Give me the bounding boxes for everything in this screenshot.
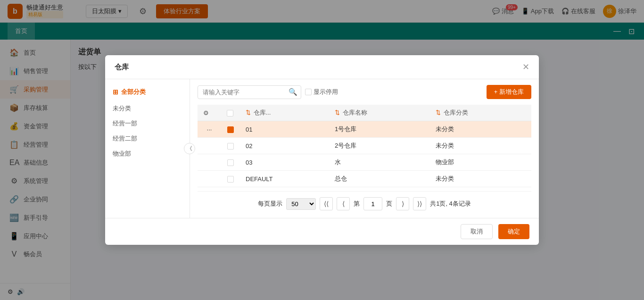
table-row[interactable]: 03 水 物业部: [198, 154, 531, 171]
row-checkbox-cell: [221, 154, 240, 171]
row-category: 物业部: [430, 154, 531, 171]
row-name: 1号仓库: [329, 121, 430, 138]
table-head: ⚙ ⇅ 仓库... ⇅ 仓库名称: [198, 105, 531, 121]
cancel-button[interactable]: 取消: [461, 224, 493, 239]
row-category: 未分类: [430, 171, 531, 187]
row-name: 水: [329, 154, 430, 171]
col-category-header: ⇅ 仓库分类: [430, 105, 531, 121]
modal-close-button[interactable]: ✕: [522, 62, 529, 72]
confirm-button[interactable]: 确定: [498, 224, 529, 239]
show-disabled-label[interactable]: 显示停用: [305, 88, 338, 96]
row-category: 未分类: [430, 138, 531, 154]
col-name-header: ⇅ 仓库名称: [329, 105, 430, 121]
select-all-checkbox[interactable]: [227, 110, 233, 117]
per-page-label: 每页显示: [258, 200, 282, 208]
modal-body: ⊞ 全部分类 未分类经营一部经营二部物业部 《 🔍 显示停用: [105, 79, 539, 218]
row-checkbox-cell: [221, 171, 240, 187]
row-checkbox-2[interactable]: [227, 143, 234, 150]
row-category: 未分类: [430, 121, 531, 138]
tree-panel: ⊞ 全部分类 未分类经营一部经营二部物业部 《: [105, 79, 190, 218]
modal-footer: 取消 确定: [105, 218, 539, 245]
row-actions: ···: [198, 121, 221, 138]
search-icon[interactable]: 🔍: [289, 88, 297, 96]
last-page-button[interactable]: ⟩⟩: [413, 197, 426, 210]
tree-header-label: 全部分类: [121, 88, 146, 96]
row-code: 01: [240, 121, 329, 138]
row-name: 2号仓库: [329, 138, 430, 154]
row-name: 总仓: [329, 171, 430, 187]
search-input[interactable]: [198, 85, 301, 99]
page-label: 第: [354, 200, 360, 208]
pagination: 每页显示 50 ⟨⟨ ⟨ 第 页 ⟩ ⟩⟩ 共1页, 4条记录: [198, 191, 531, 212]
per-page-select[interactable]: 50: [286, 198, 316, 210]
page-suffix: 页: [386, 200, 392, 208]
sort-icon-name: ⇅: [335, 109, 340, 116]
total-info: 共1页, 4条记录: [430, 200, 471, 208]
table-body: ··· 01 1号仓库 未分类 02 2号仓库 未分类 03 水 物业部 DEF…: [198, 121, 531, 187]
table-container: ⚙ ⇅ 仓库... ⇅ 仓库名称: [198, 105, 531, 187]
table-panel: 🔍 显示停用 + 新增仓库 ⚙: [190, 79, 539, 218]
toolbar: 🔍 显示停用 + 新增仓库: [198, 85, 531, 99]
table-row[interactable]: DEFAULT 总仓 未分类: [198, 171, 531, 187]
tree-item-经营二部[interactable]: 经营二部: [105, 131, 190, 146]
row-actions: [198, 171, 221, 187]
first-page-button[interactable]: ⟨⟨: [320, 197, 333, 210]
row-checkbox-cell: [221, 121, 240, 138]
row-actions: [198, 154, 221, 171]
tree-header: ⊞ 全部分类: [105, 85, 190, 101]
table-row[interactable]: 02 2号仓库 未分类: [198, 138, 531, 154]
row-code: DEFAULT: [240, 171, 329, 187]
modal-title: 仓库: [115, 63, 129, 72]
row-checkbox-1[interactable]: [227, 126, 234, 133]
grid-icon: ⊞: [113, 88, 118, 96]
tree-collapse-button[interactable]: 《: [184, 143, 195, 154]
sort-icon: ⇅: [246, 109, 251, 116]
show-disabled-text: 显示停用: [314, 88, 338, 96]
next-page-button[interactable]: ⟩: [396, 197, 409, 210]
modal-header: 仓库 ✕: [105, 55, 539, 79]
prev-page-button[interactable]: ⟨: [337, 197, 350, 210]
tree-item-物业部[interactable]: 物业部: [105, 146, 190, 161]
page-input[interactable]: [363, 197, 382, 210]
table-header-row: ⚙ ⇅ 仓库... ⇅ 仓库名称: [198, 105, 531, 121]
col-gear: ⚙: [198, 105, 221, 121]
row-checkbox-cell: [221, 138, 240, 154]
row-code: 02: [240, 138, 329, 154]
show-disabled-checkbox[interactable]: [305, 89, 312, 95]
sort-icon-category: ⇅: [436, 109, 441, 116]
table-row[interactable]: ··· 01 1号仓库 未分类: [198, 121, 531, 138]
col-checkbox: [221, 105, 240, 121]
modal-overlay: 仓库 ✕ ⊞ 全部分类 未分类经营一部经营二部物业部 《 🔍: [0, 0, 644, 300]
row-checkbox-4[interactable]: [227, 176, 234, 183]
col-code-header: ⇅ 仓库...: [240, 105, 329, 121]
tree-item-未分类[interactable]: 未分类: [105, 101, 190, 116]
row-checkbox-3[interactable]: [227, 159, 234, 166]
warehouse-table: ⚙ ⇅ 仓库... ⇅ 仓库名称: [198, 105, 531, 187]
warehouse-modal: 仓库 ✕ ⊞ 全部分类 未分类经营一部经营二部物业部 《 🔍: [105, 55, 539, 245]
add-warehouse-button[interactable]: + 新增仓库: [487, 85, 531, 99]
row-actions: [198, 138, 221, 154]
search-wrap: 🔍: [198, 85, 301, 99]
row-code: 03: [240, 154, 329, 171]
tree-item-经营一部[interactable]: 经营一部: [105, 116, 190, 131]
